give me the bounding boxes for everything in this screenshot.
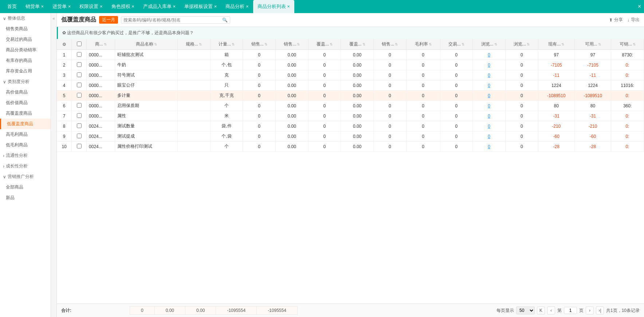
- window-close-button[interactable]: ×: [638, 3, 641, 10]
- nav-product-analysis[interactable]: 商品分析 ×: [221, 0, 253, 13]
- select-all-checkbox[interactable]: [77, 41, 82, 46]
- sidebar-section-marketing[interactable]: ∨ 营销推广分析: [0, 171, 51, 182]
- header-actions: ⬆ 分享 ↓ 导出: [609, 17, 640, 23]
- share-button[interactable]: ⬆ 分享: [609, 17, 623, 23]
- row-checkbox[interactable]: [72, 70, 87, 80]
- browse1-link[interactable]: 0: [488, 63, 490, 68]
- sidebar-item-high-margin[interactable]: 高毛利商品: [0, 129, 51, 140]
- row-select-checkbox[interactable]: [77, 93, 82, 98]
- row-select-checkbox[interactable]: [77, 83, 82, 87]
- page-input[interactable]: [564, 307, 577, 314]
- row-sales3: 0: [374, 60, 407, 70]
- per-page-select[interactable]: 50 20 100: [516, 306, 535, 314]
- row-checkbox[interactable]: [72, 80, 87, 91]
- total-current: -1095554: [216, 306, 257, 314]
- row-cov1: 0: [308, 121, 341, 131]
- nav-home[interactable]: 首页: [3, 0, 21, 13]
- browse1-link[interactable]: 0: [488, 83, 490, 88]
- sidebar-item-low-margin[interactable]: 低毛利商品: [0, 140, 51, 150]
- row-browse1[interactable]: 0: [473, 101, 506, 111]
- export-button[interactable]: ↓ 导出: [627, 17, 640, 23]
- row-checkbox[interactable]: [72, 50, 87, 60]
- nav-roles[interactable]: 角色授权 ×: [107, 0, 139, 13]
- row-select-checkbox[interactable]: [77, 52, 82, 57]
- row-sales2: 0.00: [275, 50, 308, 60]
- row-select-checkbox[interactable]: [77, 134, 82, 138]
- row-select-checkbox[interactable]: [77, 62, 82, 67]
- next-page-button[interactable]: ›: [586, 306, 594, 314]
- browse1-link[interactable]: 0: [488, 93, 490, 98]
- row-select-checkbox[interactable]: [77, 72, 82, 77]
- row-checkbox[interactable]: [72, 60, 87, 70]
- browse1-link[interactable]: 0: [488, 73, 490, 78]
- browse1-link[interactable]: 0: [488, 103, 490, 108]
- row-select-checkbox[interactable]: [77, 113, 82, 118]
- sidebar-item-all-products[interactable]: 全部商品: [0, 182, 51, 193]
- sidebar-item-inventory-capital[interactable]: 库存资金占用: [0, 66, 51, 76]
- sidebar-item-low-coverage[interactable]: 低覆盖度商品: [0, 119, 51, 129]
- row-browse1[interactable]: 0: [473, 142, 506, 152]
- row-checkbox[interactable]: [72, 111, 87, 121]
- row-checkbox[interactable]: [72, 121, 87, 131]
- sidebar-item-low-value[interactable]: 低价值商品: [0, 98, 51, 108]
- sidebar-section-liquidity[interactable]: › 流通性分析: [0, 150, 51, 161]
- table-container[interactable]: ⚙ 商...⇅ 商品名称⇅ 规格...⇅ 计量...⇅ 销售...⇅ 销售...…: [57, 39, 644, 304]
- prev-page-button[interactable]: ‹: [547, 306, 555, 314]
- sidebar: ∨ 整体信息 销售类商品 交易过的商品 商品分类动销率 有库存的商品 库存资金占…: [0, 13, 51, 317]
- sidebar-item-traded-products[interactable]: 交易过的商品: [0, 34, 51, 45]
- last-page-button[interactable]: ›|: [596, 306, 604, 314]
- row-index: 3: [57, 70, 72, 80]
- settings-icon[interactable]: ⚙: [62, 42, 66, 47]
- row-code: 0000...: [87, 111, 115, 121]
- row-browse2: 0: [505, 80, 538, 91]
- browse1-link[interactable]: 0: [488, 114, 490, 119]
- nav-products-in[interactable]: 产成品入库单 ×: [139, 0, 180, 13]
- row-sales3: 0: [374, 142, 407, 152]
- row-browse1[interactable]: 0: [473, 91, 506, 101]
- row-checkbox[interactable]: [72, 142, 87, 152]
- sidebar-section-overall[interactable]: ∨ 整体信息: [0, 13, 51, 24]
- sidebar-item-category-rate[interactable]: 商品分类动销率: [0, 45, 51, 55]
- sidebar-item-stocked-products[interactable]: 有库存的商品: [0, 55, 51, 66]
- row-browse1[interactable]: 0: [473, 131, 506, 142]
- search-icon[interactable]: 🔍: [222, 17, 228, 23]
- search-input[interactable]: [123, 17, 222, 23]
- sidebar-section-growth[interactable]: › 成长性分析: [0, 161, 51, 171]
- row-cov2: 0.00: [341, 101, 374, 111]
- nav-permissions[interactable]: 权限设置 ×: [75, 0, 107, 13]
- row-checkbox[interactable]: [72, 131, 87, 142]
- period-button[interactable]: 近一月: [99, 16, 118, 24]
- row-select-checkbox[interactable]: [77, 144, 82, 148]
- row-checkbox[interactable]: [72, 101, 87, 111]
- row-select-checkbox[interactable]: [77, 103, 82, 108]
- row-select-checkbox[interactable]: [77, 123, 82, 128]
- sidebar-collapse-button[interactable]: «: [51, 13, 57, 317]
- row-browse1[interactable]: 0: [473, 70, 506, 80]
- row-index: 1: [57, 50, 72, 60]
- col-settings[interactable]: ⚙: [57, 39, 72, 50]
- browse1-link[interactable]: 0: [488, 134, 490, 139]
- sidebar-item-high-value[interactable]: 高价值商品: [0, 87, 51, 98]
- col-checkbox[interactable]: [72, 39, 87, 50]
- nav-product-analysis-list[interactable]: 商品分析列表 ×: [253, 0, 294, 13]
- sidebar-item-new-products[interactable]: 新品: [0, 193, 51, 203]
- browse1-link[interactable]: 0: [488, 144, 490, 149]
- nav-sales[interactable]: 销货单 ×: [21, 0, 48, 13]
- row-cov2: 0.00: [341, 60, 374, 70]
- row-browse1[interactable]: 0: [473, 50, 506, 60]
- row-browse1[interactable]: 0: [473, 60, 506, 70]
- row-browse1[interactable]: 0: [473, 80, 506, 91]
- sidebar-item-high-coverage[interactable]: 高覆盖度商品: [0, 108, 51, 119]
- nav-template[interactable]: 单据模板设置 ×: [180, 0, 221, 13]
- first-page-button[interactable]: K: [537, 306, 545, 314]
- browse1-link[interactable]: 0: [488, 124, 490, 129]
- row-browse1[interactable]: 0: [473, 111, 506, 121]
- row-browse1[interactable]: 0: [473, 121, 506, 131]
- sidebar-section-category[interactable]: ∨ 类别度分析: [0, 76, 51, 87]
- search-box[interactable]: 🔍: [121, 16, 230, 24]
- nav-purchase[interactable]: 进货单 ×: [48, 0, 75, 13]
- browse1-link[interactable]: 0: [488, 52, 490, 58]
- row-checkbox[interactable]: [72, 91, 87, 101]
- sidebar-item-sales-products[interactable]: 销售类商品: [0, 24, 51, 34]
- row-cov1: 0: [308, 142, 341, 152]
